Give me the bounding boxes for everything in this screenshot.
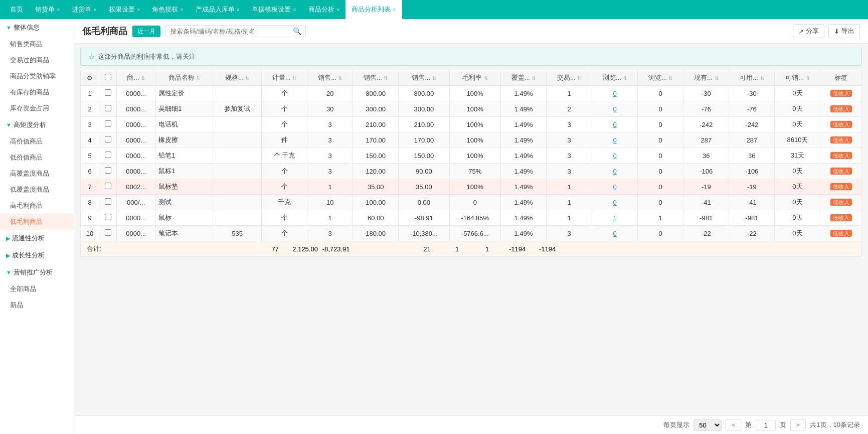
row-browse1[interactable]: 0 [592, 195, 638, 210]
sidebar-item-high-coverage[interactable]: 高覆盖度商品 [0, 166, 74, 182]
col-checkbox[interactable] [99, 70, 117, 86]
row-browse1[interactable]: 1 [592, 210, 638, 226]
search-icon[interactable]: 🔍 [293, 27, 301, 35]
nav-item-products[interactable]: 产成品入库单 × [190, 0, 246, 19]
row-name[interactable]: 测试 [155, 195, 213, 210]
row-name[interactable]: 吴细细1 [155, 101, 213, 117]
share-button[interactable]: ↗ 分享 [793, 24, 824, 38]
sidebar-item-sales-products[interactable]: 销售类商品 [0, 36, 74, 52]
sidebar-item-low-value[interactable]: 低价值商品 [0, 150, 74, 166]
row-name[interactable]: 笔记本 [155, 226, 213, 241]
sidebar-item-high-value[interactable]: 高价值商品 [0, 133, 74, 150]
col-gear[interactable]: ⚙ [81, 70, 99, 86]
col-code[interactable]: 商... ⇅ [117, 70, 155, 86]
close-icon[interactable]: × [336, 7, 339, 13]
sidebar-item-stock-products[interactable]: 有库存的商品 [0, 84, 74, 100]
sidebar-item-high-margin[interactable]: 高毛利商品 [0, 198, 74, 214]
sidebar-group-overall[interactable]: ▼ 整体信息 [0, 19, 74, 36]
row-browse1[interactable]: 0 [592, 117, 638, 132]
row-checkbox[interactable] [99, 117, 117, 132]
sidebar-group-marketing[interactable]: ▼ 营销推广分析 [0, 264, 74, 281]
nav-item-permissions[interactable]: 权限设置 × [103, 0, 146, 19]
row-checkbox[interactable] [99, 164, 117, 179]
row-available: -106 [729, 164, 775, 179]
sidebar-item-low-coverage[interactable]: 低覆盖度商品 [0, 182, 74, 198]
prev-page-button[interactable]: ＜ [726, 419, 741, 431]
row-browse2: 0 [638, 101, 683, 117]
row-unit: 个 [262, 210, 307, 226]
col-tag[interactable]: 标签 [820, 70, 862, 86]
row-current-stock: -22 [683, 226, 729, 241]
nav-item-home[interactable]: 首页 [4, 0, 29, 19]
close-icon[interactable]: × [293, 7, 296, 13]
row-checkbox[interactable] [99, 86, 117, 101]
nav-item-goods-analysis[interactable]: 商品分析 × [302, 0, 345, 19]
col-sales-amount[interactable]: 销售... ⇅ [399, 70, 449, 86]
nav-item-templates[interactable]: 单据模板设置 × [246, 0, 302, 19]
date-filter-button[interactable]: 近一月 [132, 26, 160, 37]
sidebar-item-category-sales[interactable]: 商品分类助销率 [0, 68, 74, 84]
col-available[interactable]: 可用... ⇅ [729, 70, 775, 86]
row-name[interactable]: 铅笔1 [155, 148, 213, 164]
gear-icon[interactable]: ⚙ [87, 74, 93, 82]
row-name[interactable]: 电话机 [155, 117, 213, 132]
col-coverage[interactable]: 覆盖... ⇅ [501, 70, 547, 86]
close-icon[interactable]: × [57, 7, 60, 13]
page-size-select[interactable]: 50 100 200 [693, 419, 722, 431]
row-checkbox[interactable] [99, 101, 117, 117]
row-checkbox[interactable] [99, 148, 117, 164]
sidebar-item-new-products[interactable]: 新品 [0, 297, 74, 313]
nav-item-purchase[interactable]: 进货单 × [66, 0, 102, 19]
row-name[interactable]: 鼠标垫 [155, 179, 213, 195]
col-gross-margin[interactable]: 毛利率 ⇅ [449, 70, 500, 86]
col-saleable[interactable]: 可销... ⇅ [775, 70, 820, 86]
row-browse1[interactable]: 0 [592, 179, 638, 195]
close-icon[interactable]: × [393, 7, 396, 13]
row-browse1[interactable]: 0 [592, 164, 638, 179]
export-button[interactable]: ⬇ 导出 [828, 24, 860, 38]
nav-item-roles[interactable]: 角色授权 × [146, 0, 189, 19]
row-gross-margin: 100% [449, 179, 500, 195]
row-checkbox[interactable] [99, 226, 117, 241]
col-browse1[interactable]: 浏览... ⇅ [592, 70, 638, 86]
col-unit[interactable]: 计量... ⇅ [262, 70, 307, 86]
sidebar-item-all-products[interactable]: 全部商品 [0, 281, 74, 297]
col-browse2[interactable]: 浏览... ⇅ [638, 70, 683, 86]
row-checkbox[interactable] [99, 195, 117, 210]
page-input[interactable] [756, 420, 776, 430]
close-icon[interactable]: × [137, 7, 140, 13]
row-name[interactable]: 橡皮擦 [155, 132, 213, 148]
row-unit: 千克 [262, 195, 307, 210]
sidebar-item-stock-capital[interactable]: 库存资金占用 [0, 100, 74, 116]
next-page-button[interactable]: ＞ [790, 419, 806, 431]
row-checkbox[interactable] [99, 210, 117, 226]
sidebar-group-growth[interactable]: ▶ 成长性分析 [0, 247, 74, 264]
row-browse1[interactable]: 0 [592, 226, 638, 241]
sidebar-item-traded-products[interactable]: 交易过的商品 [0, 52, 74, 68]
col-spec[interactable]: 规格... ⇅ [213, 70, 262, 86]
search-input[interactable] [170, 28, 293, 35]
close-icon[interactable]: × [93, 7, 96, 13]
col-sales-price[interactable]: 销售... ⇅ [353, 70, 399, 86]
col-sales-qty[interactable]: 销售... ⇅ [307, 70, 353, 86]
close-icon[interactable]: × [237, 7, 240, 13]
row-browse1[interactable]: 0 [592, 132, 638, 148]
col-name[interactable]: 商品名称 ⇅ [155, 70, 213, 86]
nav-item-sales[interactable]: 销货单 × [29, 0, 66, 19]
sidebar-group-matrix[interactable]: ▼ 高矩度分析 [0, 116, 74, 133]
sidebar-item-low-margin[interactable]: 低毛利商品 [0, 214, 74, 230]
row-browse1[interactable]: 0 [592, 101, 638, 117]
nav-item-goods-analysis-list[interactable]: 商品分析列表 × [345, 0, 402, 19]
col-current-stock[interactable]: 现有... ⇅ [683, 70, 729, 86]
row-browse1[interactable]: 0 [592, 86, 638, 101]
row-name[interactable]: 属性定价 [155, 86, 213, 101]
select-all-checkbox[interactable] [105, 74, 111, 80]
col-transaction[interactable]: 交易... ⇅ [547, 70, 592, 86]
sidebar-group-circulation[interactable]: ▶ 流通性分析 [0, 230, 74, 247]
close-icon[interactable]: × [180, 7, 183, 13]
row-name[interactable]: 鼠标 [155, 210, 213, 226]
row-checkbox[interactable] [99, 179, 117, 195]
row-name[interactable]: 鼠标1 [155, 164, 213, 179]
row-checkbox[interactable] [99, 132, 117, 148]
row-browse1[interactable]: 0 [592, 148, 638, 164]
